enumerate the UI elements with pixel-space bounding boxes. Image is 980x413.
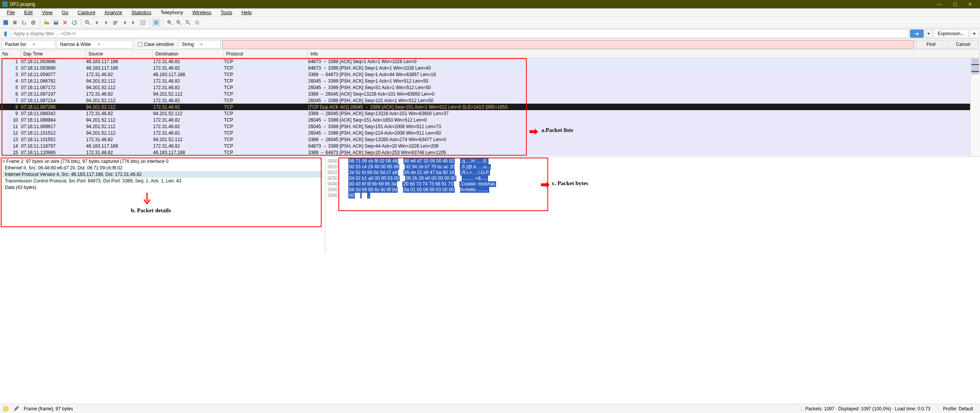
hex-row[interactable]: 006000. xyxy=(328,193,978,198)
detail-line[interactable]: Data (43 bytes) xyxy=(2,184,323,191)
col-time[interactable]: Day Time xyxy=(21,50,86,58)
statusbar: Frame (frame), 97 bytes Packets: 1097 · … xyxy=(0,404,980,413)
expression-button[interactable]: Expression... xyxy=(934,29,969,38)
menu-view[interactable]: View xyxy=(37,9,57,16)
menu-tools[interactable]: Tools xyxy=(216,9,237,16)
start-capture-icon[interactable] xyxy=(2,18,10,27)
packet-row[interactable]: 507:16:11.08717294.201.52.112172.31.46.8… xyxy=(0,84,980,91)
auto-scroll-icon[interactable] xyxy=(139,18,147,27)
packet-row[interactable]: 707:16:11.08721494.201.52.112172.31.46.8… xyxy=(0,97,980,104)
col-no[interactable]: No xyxy=(0,50,21,58)
maximize-button[interactable]: ▢ xyxy=(947,2,962,7)
packet-row[interactable]: 107:16:11.05388646.183.117.188172.31.46.… xyxy=(0,58,980,65)
menu-telephony[interactable]: Telephony xyxy=(156,9,188,16)
svg-rect-0 xyxy=(3,20,8,24)
cancel-button[interactable]: Cancel xyxy=(948,40,978,49)
annotation-label-b: b. Packet details xyxy=(131,207,171,214)
menu-statistics[interactable]: Statistics xyxy=(127,9,156,16)
zoom-out-icon[interactable] xyxy=(175,18,183,27)
packet-row[interactable]: 1007:16:11.08898494.201.52.112172.31.46.… xyxy=(0,117,980,123)
find-packet-icon[interactable] xyxy=(83,18,92,27)
packet-details[interactable]: > Frame 2: 97 bytes on wire (776 bits), … xyxy=(0,157,325,253)
col-source[interactable]: Source xyxy=(86,50,153,58)
svg-rect-9 xyxy=(113,24,116,24)
hex-row[interactable]: 001000 53 c4 29 40 00 65 06d2 94 2e b7 7… xyxy=(328,164,978,170)
window-title: DP2.pcapng xyxy=(10,2,35,7)
status-frame: Frame (frame), 97 bytes xyxy=(24,406,73,411)
titlebar: DP2.pcapng — ▢ ✕ xyxy=(0,0,980,8)
bookmark-icon[interactable]: ▮ xyxy=(2,30,9,37)
minimize-button[interactable]: — xyxy=(932,2,947,7)
packet-row[interactable]: 407:16:11.08678294.201.52.112172.31.46.8… xyxy=(0,78,980,84)
col-info[interactable]: Info xyxy=(308,50,980,58)
menu-wireless[interactable]: Wireless xyxy=(188,9,216,16)
detail-line[interactable]: > Frame 2: 97 bytes on wire (776 bits), … xyxy=(2,158,323,165)
reload-icon[interactable] xyxy=(70,18,78,27)
zoom-reset-icon[interactable] xyxy=(184,18,192,27)
apply-filter-button[interactable]: ➔ xyxy=(910,29,924,38)
stop-capture-icon[interactable] xyxy=(11,18,19,27)
col-destination[interactable]: Destination xyxy=(153,50,224,58)
close-button[interactable]: ✕ xyxy=(962,2,978,7)
menu-go[interactable]: Go xyxy=(57,9,73,16)
expert-info-icon[interactable] xyxy=(3,406,8,411)
packet-row[interactable]: 1207:16:11.10151294.201.52.112172.31.46.… xyxy=(0,130,980,136)
menu-analyze[interactable]: Analyze xyxy=(100,9,127,16)
packet-list[interactable]: 107:16:11.05388646.183.117.188172.31.46.… xyxy=(0,58,980,156)
menu-edit[interactable]: Edit xyxy=(20,9,37,16)
hex-row[interactable]: 004000 43 6f 6f 6b 69 65 3a20 6d 73 74 7… xyxy=(328,181,978,187)
find-button[interactable]: Find xyxy=(916,40,946,49)
packet-row[interactable]: 1307:16:11.101552172.31.46.8294.201.52.1… xyxy=(0,136,980,143)
hex-row[interactable]: 005068 3d 68 65 6c 6c 6f 0d0a 01 00 08 0… xyxy=(328,187,978,193)
find-input[interactable] xyxy=(222,40,914,49)
filter-history-dropdown[interactable]: ▾ xyxy=(925,29,932,38)
find-width-combo[interactable]: Narrow & Wide▾ xyxy=(57,40,133,49)
add-filter-button[interactable]: + xyxy=(970,29,978,38)
svg-rect-5 xyxy=(55,21,57,22)
save-file-icon[interactable] xyxy=(52,18,60,27)
packet-row[interactable]: 1507:16:11.120985172.31.46.8246.183.117.… xyxy=(0,149,980,156)
find-type-combo[interactable]: String▾ xyxy=(178,40,220,49)
packet-row[interactable]: 307:16:11.059077172.31.46.8246.183.117.1… xyxy=(0,71,980,78)
find-scope-combo[interactable]: Packet list▾ xyxy=(2,40,55,49)
svg-rect-13 xyxy=(154,23,158,24)
case-sensitive-checkbox[interactable]: Case sensitive xyxy=(135,42,177,47)
packet-row[interactable]: 207:16:11.05388646.183.117.188172.31.46.… xyxy=(0,65,980,71)
minimap[interactable] xyxy=(970,58,980,156)
close-file-icon[interactable] xyxy=(61,18,69,27)
zoom-in-icon[interactable] xyxy=(165,18,174,27)
go-last-icon[interactable] xyxy=(129,18,138,27)
go-back-icon[interactable] xyxy=(93,18,101,27)
open-file-icon[interactable] xyxy=(42,18,51,27)
menu-help[interactable]: Help xyxy=(237,9,256,16)
go-to-packet-icon[interactable] xyxy=(111,18,119,27)
status-profile[interactable]: Profile: Default xyxy=(939,406,977,411)
packet-row[interactable]: 1407:16:11.11679746.183.117.188172.31.46… xyxy=(0,143,980,149)
detail-line[interactable]: Transmission Control Protocol, Src Port:… xyxy=(2,178,323,184)
packet-row[interactable]: 1107:16:11.08981794.201.52.112172.31.46.… xyxy=(0,123,980,130)
menu-capture[interactable]: Capture xyxy=(73,9,100,16)
edit-icon[interactable] xyxy=(13,406,19,412)
packet-row[interactable]: 607:16:11.087197172.31.46.8294.201.52.11… xyxy=(0,91,980,97)
annotation-arrow-b xyxy=(142,193,152,206)
display-filter-input[interactable] xyxy=(11,29,908,38)
hex-row[interactable]: 000006 71 09 cb f8 02 06 4880 e6 d7 20 0… xyxy=(328,158,978,164)
hex-row[interactable]: 00202e 52 fd 69 0d 3d c7 a9b5 de 21 e9 4… xyxy=(328,170,978,176)
colorize-icon[interactable] xyxy=(152,18,160,27)
restart-capture-icon[interactable] xyxy=(20,18,28,27)
go-first-icon[interactable] xyxy=(120,18,129,27)
capture-options-icon[interactable] xyxy=(29,18,38,27)
detail-line[interactable]: Internet Protocol Version 4, Src: 46.183… xyxy=(2,171,323,178)
packet-bytes[interactable]: 000006 71 09 cb f8 02 06 4880 e6 d7 20 0… xyxy=(325,157,980,253)
resize-columns-icon[interactable] xyxy=(193,18,201,27)
packet-row[interactable]: 907:16:11.088342172.31.46.8294.201.52.11… xyxy=(0,110,980,117)
packet-list-header: No Day Time Source Destination Protocol … xyxy=(0,50,980,58)
annotation-label-c: c. Packet bytes xyxy=(552,180,588,187)
hex-row[interactable]: 003004 02 b1 a0 00 00 03 0000 2b 26 e0 0… xyxy=(328,176,978,181)
svg-point-16 xyxy=(186,20,189,23)
packet-row[interactable]: 807:16:11.08728694.201.52.112172.31.46.8… xyxy=(0,104,980,110)
go-forward-icon[interactable] xyxy=(102,18,110,27)
col-protocol[interactable]: Protocol xyxy=(224,50,308,58)
menu-file[interactable]: File xyxy=(2,9,20,16)
detail-line[interactable]: Ethernet II, Src: 06:48:80:e6:d7:20, Dst… xyxy=(2,165,323,171)
